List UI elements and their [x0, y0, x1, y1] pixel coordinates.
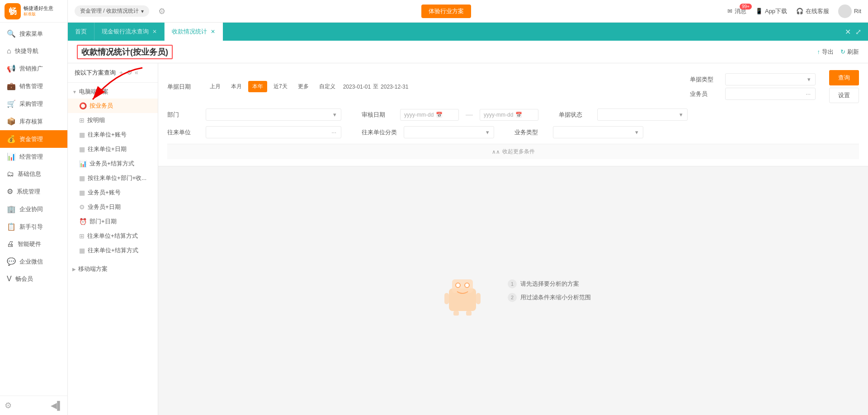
tab-collection-stats[interactable]: 收款情况统计 ✕ [165, 23, 223, 41]
sidebar-item-enterprise[interactable]: 🏢 企业协同 [0, 200, 67, 218]
logo-icon: 畅 [5, 3, 21, 19]
collapse-sidebar-icon[interactable]: ◀▌ [51, 401, 63, 410]
tab-minimize-icon[interactable]: ✕ [845, 28, 851, 36]
scheme-item-label: 往来单位+结算方式 [87, 232, 138, 240]
add-scheme-icon[interactable]: ＋ [118, 69, 124, 77]
staff-select[interactable]: ··· [725, 88, 816, 100]
user-avatar-btn[interactable]: Rit [838, 5, 861, 18]
scheme-item-unit-date[interactable]: ▦ 往来单位+日期 [68, 142, 158, 156]
scheme-item-by-detail[interactable]: ⊞ 按明细 [68, 113, 158, 127]
refresh-btn[interactable]: ↻ 刷新 [840, 48, 859, 56]
tab-home-label: 首页 [75, 28, 87, 36]
sidebar-item-system[interactable]: ⚙ 系统管理 [0, 183, 67, 200]
scheme-item-label: 业务员+日期 [88, 203, 121, 211]
scheme-panel-header: 按以下方案查询 ＋ ⚙ « [68, 63, 158, 83]
trial-btn[interactable]: 体验行业方案 [421, 5, 471, 18]
sidebar-item-label: 快捷导航 [15, 47, 38, 55]
tab-home[interactable]: 首页 [68, 23, 94, 41]
sidebar-item-wechat[interactable]: 💬 企业微信 [0, 253, 67, 270]
app-download-btn[interactable]: 📱 App下载 [755, 7, 787, 15]
scheme-item-by-staff[interactable]: ⭕ 按业务员 [68, 99, 158, 113]
date-tab-this-month[interactable]: 本月 [227, 81, 246, 92]
sidebar-item-basic-info[interactable]: 🗂 基础信息 [0, 165, 67, 183]
sidebar-item-inventory[interactable]: 📦 库存核算 [0, 113, 67, 130]
biz-type-select[interactable]: ▾ [553, 126, 643, 138]
scheme-item-unit-dept-coll[interactable]: ▦ 按往来单位+部门+收... [68, 171, 158, 185]
by-detail-icon: ⊞ [79, 117, 85, 124]
dept-date-icon: ⏰ [79, 218, 87, 225]
breadcrumb-arrow-icon: ▾ [141, 8, 144, 14]
sidebar-item-purchase[interactable]: 🛒 采购管理 [0, 95, 67, 113]
sidebar-item-quick-nav[interactable]: ⌂ 快捷导航 [0, 42, 67, 60]
scheme-item-staff-account[interactable]: ▦ 业务员+账号 [68, 185, 158, 200]
date-tab-last-7-days[interactable]: 近7天 [269, 81, 292, 92]
collapse-filter-btn[interactable]: ∧∧ 收起更多条件 [167, 144, 859, 159]
date-tab-custom[interactable]: 自定义 [315, 81, 340, 92]
tab-bank-flow-close-icon[interactable]: ✕ [152, 28, 157, 35]
date-tab-last-month[interactable]: 上月 [206, 81, 225, 92]
message-btn[interactable]: ✉ 消息 99+ [727, 7, 746, 15]
sidebar: 畅 畅捷通好生意 标准版 🔍 搜索菜单 ⌂ 快捷导航 📢 营销推广 💼 销售管理… [0, 0, 68, 415]
date-tab-more[interactable]: 更多 [294, 81, 313, 92]
sidebar-item-guide[interactable]: 📋 新手引导 [0, 218, 67, 236]
scheme-item-staff-settlement[interactable]: 📊 业务员+结算方式 [68, 156, 158, 171]
scheme-section-pc: ▼ 电脑端方案 ⭕ 按业务员 ⊞ 按明细 ▦ 往来单位+账号 [68, 83, 158, 260]
review-date-to[interactable]: yyyy-mm-dd 📅 [480, 109, 538, 121]
scheme-item-staff-date[interactable]: ⚙ 业务员+日期 [68, 200, 158, 214]
breadcrumb[interactable]: 资金管理 / 收款情况统计 ▾ [75, 5, 149, 17]
scheme-section-pc-header[interactable]: ▼ 电脑端方案 [68, 85, 158, 99]
scheme-item-unit-settlement1[interactable]: ⊞ 往来单位+结算方式 [68, 229, 158, 243]
unit-settlement2-icon: ▦ [79, 247, 85, 254]
doc-type-filter: 单据类型 ▾ [690, 73, 816, 85]
svg-rect-1 [452, 279, 473, 293]
sidebar-item-label: 资金管理 [19, 135, 43, 143]
topbar: 资金管理 / 收款情况统计 ▾ ⚙ 体验行业方案 ✉ 消息 99+ 📱 App下… [68, 0, 868, 23]
doc-status-filter-label: 单据状态 [559, 111, 590, 119]
system-icon: ⚙ [7, 187, 13, 196]
tip-item-2: 2 用过滤条件来缩小分析范围 [508, 293, 591, 302]
tab-collection-stats-close-icon[interactable]: ✕ [211, 28, 215, 35]
wechat-icon: 💬 [7, 257, 16, 266]
query-btn[interactable]: 查询 [829, 70, 859, 85]
sidebar-item-label: 库存核算 [19, 118, 43, 126]
partner-class-chevron-icon: ▾ [486, 129, 489, 136]
doc-status-select[interactable]: ▾ [597, 108, 688, 121]
sidebar-item-smart-hw[interactable]: 🖨 智能硬件 [0, 236, 67, 253]
scheme-item-unit-account[interactable]: ▦ 往来单位+账号 [68, 127, 158, 142]
date-tab-this-year[interactable]: 本年 [248, 81, 267, 92]
scheme-item-dept-date[interactable]: ⏰ 部门+日期 [68, 214, 158, 229]
tab-window-controls: ✕ ⤢ [838, 28, 868, 36]
review-date-from[interactable]: yyyy-mm-dd 📅 [400, 109, 459, 121]
sidebar-item-marketing[interactable]: 📢 营销推广 [0, 60, 67, 77]
dept-select[interactable]: ▾ [206, 108, 341, 121]
export-btn[interactable]: ↑ 导出 [817, 48, 834, 56]
sidebar-item-member[interactable]: V 畅会员 [0, 270, 67, 288]
purchase-icon: 🛒 [7, 99, 16, 108]
doc-type-select[interactable]: ▾ [725, 73, 816, 85]
sidebar-item-search[interactable]: 🔍 搜索菜单 [0, 25, 67, 42]
tab-maximize-icon[interactable]: ⤢ [855, 28, 861, 36]
sidebar-item-finance[interactable]: 💰 资金管理 [0, 130, 67, 148]
scheme-item-unit-settlement2[interactable]: ▦ 往来单位+结算方式 [68, 243, 158, 258]
mobile-section-arrow-icon: ▶ [72, 267, 76, 272]
tab-bank-flow[interactable]: 现金银行流水查询 ✕ [94, 23, 165, 41]
scheme-item-label: 往来单位+账号 [88, 131, 127, 139]
doc-type-chevron-icon: ▾ [807, 76, 811, 83]
guide-icon: 📋 [7, 222, 16, 231]
pc-section-label: 电脑端方案 [79, 88, 108, 96]
date-filter-label: 单据日期 [167, 83, 199, 91]
topbar-settings-icon[interactable]: ⚙ [158, 6, 165, 16]
sidebar-item-operations[interactable]: 📊 经营管理 [0, 148, 67, 165]
online-service-btn[interactable]: 🎧 在线客服 [796, 7, 829, 15]
partner-select[interactable]: ··· [206, 126, 341, 138]
partner-class-select[interactable]: ▾ [404, 126, 494, 138]
scheme-section-mobile-header[interactable]: ▶ 移动端方案 [68, 262, 158, 276]
settings-scheme-icon[interactable]: ⚙ [127, 69, 132, 77]
collapse-scheme-icon[interactable]: « [135, 69, 138, 77]
filter-row-partner: 往来单位 ··· 往来单位分类 ▾ 业务类型 [167, 126, 859, 138]
settings-footer-icon[interactable]: ⚙ [5, 401, 12, 410]
tip-item-1: 1 请先选择要分析的方案 [508, 279, 591, 288]
sidebar-item-sales[interactable]: 💼 销售管理 [0, 77, 67, 95]
dept-filter-label: 部门 [167, 111, 199, 119]
filter-settings-btn[interactable]: 设置 [829, 88, 859, 103]
